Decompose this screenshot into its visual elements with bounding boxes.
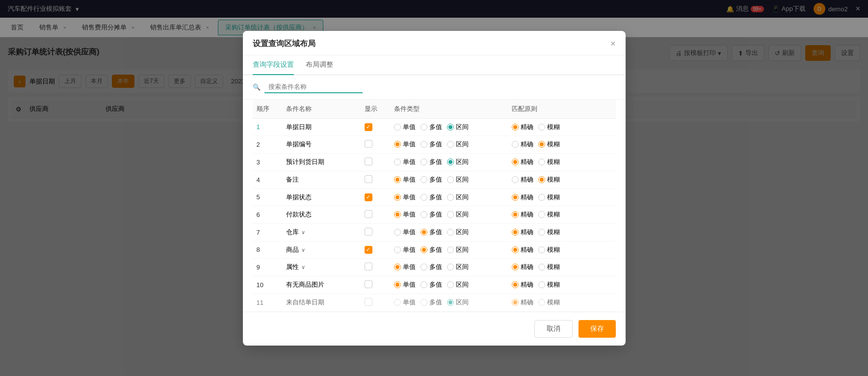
dialog-tab-query-fields[interactable]: 查询字段设置 — [253, 55, 294, 75]
checkbox-unchecked[interactable] — [365, 298, 372, 306]
display-checkbox[interactable] — [365, 158, 394, 167]
type-range[interactable]: 区间 — [447, 298, 469, 307]
dialog-footer: 取消 保存 — [243, 312, 626, 346]
display-checkbox[interactable] — [365, 193, 394, 201]
type-range[interactable]: 区间 — [447, 228, 469, 237]
row-num: 8 — [257, 246, 286, 253]
match-exact[interactable]: 精确 — [512, 245, 533, 254]
match-exact[interactable]: 精确 — [512, 210, 533, 219]
type-multi[interactable]: 多值 — [421, 158, 442, 166]
dialog-search-area: 🔍 — [243, 75, 626, 100]
type-multi[interactable]: 多值 — [421, 210, 442, 219]
checkbox-checked[interactable] — [365, 193, 372, 201]
checkbox-unchecked[interactable] — [365, 210, 372, 218]
match-radio-group: 精确 模糊 — [512, 298, 610, 307]
display-checkbox[interactable] — [365, 228, 394, 237]
match-fuzzy[interactable]: 模糊 — [538, 245, 560, 254]
col-header-type: 条件类型 — [394, 105, 512, 113]
match-fuzzy[interactable]: 模糊 — [538, 280, 560, 289]
match-fuzzy[interactable]: 模糊 — [538, 175, 560, 184]
checkbox-unchecked[interactable] — [365, 280, 372, 288]
type-single[interactable]: 单值 — [394, 280, 416, 289]
checkbox-unchecked[interactable] — [365, 228, 372, 236]
type-multi[interactable]: 多值 — [421, 263, 442, 271]
type-single[interactable]: 单值 — [394, 175, 416, 184]
display-checkbox[interactable] — [365, 245, 394, 254]
type-multi[interactable]: 多值 — [421, 193, 442, 202]
display-checkbox[interactable] — [365, 210, 394, 219]
display-checkbox[interactable] — [365, 175, 394, 185]
type-single[interactable]: 单值 — [394, 158, 416, 166]
display-checkbox[interactable] — [365, 280, 394, 290]
type-range[interactable]: 区间 — [447, 280, 469, 289]
match-fuzzy[interactable]: 模糊 — [538, 140, 560, 149]
type-single[interactable]: 单值 — [394, 228, 416, 237]
display-checkbox[interactable] — [365, 123, 394, 131]
display-checkbox[interactable] — [365, 140, 394, 149]
match-fuzzy[interactable]: 模糊 — [538, 263, 560, 271]
dialog-close-button[interactable]: × — [610, 39, 616, 49]
match-exact[interactable]: 精确 — [512, 263, 533, 271]
checkbox-unchecked[interactable] — [365, 140, 372, 148]
type-range[interactable]: 区间 — [447, 158, 469, 166]
dialog-header: 设置查询区域布局 × — [243, 31, 626, 55]
cancel-button[interactable]: 取消 — [534, 320, 573, 338]
match-fuzzy[interactable]: 模糊 — [538, 228, 560, 237]
condition-name: 单据状态 — [286, 193, 365, 202]
match-exact[interactable]: 精确 — [512, 123, 533, 132]
type-single[interactable]: 单值 — [394, 123, 416, 132]
match-exact[interactable]: 精确 — [512, 298, 533, 307]
checkbox-checked[interactable] — [365, 123, 372, 131]
match-exact[interactable]: 精确 — [512, 175, 533, 184]
table-row: 8 商品 ∨ 单值 多值 区间 精确 模糊 — [253, 242, 616, 259]
match-fuzzy[interactable]: 模糊 — [538, 123, 560, 132]
match-radio-group: 精确 模糊 — [512, 175, 610, 184]
type-range[interactable]: 区间 — [447, 263, 469, 271]
type-single[interactable]: 单值 — [394, 298, 416, 307]
match-fuzzy[interactable]: 模糊 — [538, 193, 560, 202]
type-multi[interactable]: 多值 — [421, 228, 442, 237]
display-checkbox[interactable] — [365, 298, 394, 307]
checkbox-unchecked[interactable] — [365, 158, 372, 165]
type-radio-group: 单值 多值 区间 — [394, 123, 512, 132]
match-exact[interactable]: 精确 — [512, 158, 533, 166]
type-multi[interactable]: 多值 — [421, 298, 442, 307]
match-fuzzy[interactable]: 模糊 — [538, 298, 560, 307]
match-exact[interactable]: 精确 — [512, 280, 533, 289]
type-multi[interactable]: 多值 — [421, 280, 442, 289]
table-row: 11 来自结单日期 单值 多值 区间 精确 模糊 — [253, 294, 616, 312]
type-range[interactable]: 区间 — [447, 175, 469, 184]
type-range[interactable]: 区间 — [447, 193, 469, 202]
match-exact[interactable]: 精确 — [512, 228, 533, 237]
col-header-order: 顺序 — [257, 105, 286, 113]
type-single[interactable]: 单值 — [394, 263, 416, 271]
display-checkbox[interactable] — [365, 263, 394, 272]
type-range[interactable]: 区间 — [447, 210, 469, 219]
checkbox-checked[interactable] — [365, 246, 372, 254]
type-multi[interactable]: 多值 — [421, 123, 442, 132]
type-range[interactable]: 区间 — [447, 140, 469, 149]
type-single[interactable]: 单值 — [394, 140, 416, 149]
type-multi[interactable]: 多值 — [421, 140, 442, 149]
match-fuzzy[interactable]: 模糊 — [538, 158, 560, 166]
match-exact[interactable]: 精确 — [512, 140, 533, 149]
dialog-tab-layout[interactable]: 布局调整 — [306, 55, 333, 75]
search-input[interactable] — [264, 81, 363, 93]
match-exact[interactable]: 精确 — [512, 193, 533, 202]
search-icon: 🔍 — [253, 83, 261, 91]
type-single[interactable]: 单值 — [394, 210, 416, 219]
save-button[interactable]: 保存 — [579, 320, 616, 338]
table-row: 9 属性 ∨ 单值 多值 区间 精确 模糊 — [253, 259, 616, 276]
settings-dialog: 设置查询区域布局 × 查询字段设置 布局调整 🔍 顺序 条件名称 显示 条件类型… — [243, 31, 626, 346]
type-single[interactable]: 单值 — [394, 193, 416, 202]
type-single[interactable]: 单值 — [394, 245, 416, 254]
type-multi[interactable]: 多值 — [421, 175, 442, 184]
checkbox-unchecked[interactable] — [365, 175, 372, 183]
match-fuzzy[interactable]: 模糊 — [538, 210, 560, 219]
checkbox-unchecked[interactable] — [365, 263, 372, 270]
type-range[interactable]: 区间 — [447, 123, 469, 132]
match-radio-group: 精确 模糊 — [512, 158, 610, 166]
col-header-match: 匹配原则 — [512, 105, 610, 113]
type-range[interactable]: 区间 — [447, 245, 469, 254]
type-multi[interactable]: 多值 — [421, 245, 442, 254]
